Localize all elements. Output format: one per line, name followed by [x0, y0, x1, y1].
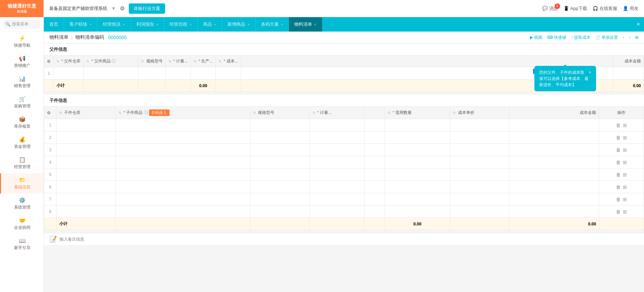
tab-bom[interactable]: 物料清单 ×	[289, 17, 322, 32]
tab-operations[interactable]: 经营情况 ×	[97, 17, 131, 32]
child-col-settings[interactable]: ⚙	[44, 107, 57, 119]
sidebar-item-cooperation[interactable]: 🤝 企业协同	[0, 214, 44, 234]
child-product-cell[interactable]	[116, 193, 250, 206]
delete-icon[interactable]: 🗑	[616, 122, 621, 128]
child-qty-cell[interactable]	[385, 144, 450, 156]
sidebar-item-purchase[interactable]: 🛒 采购管理	[0, 92, 44, 113]
user-menu[interactable]: 👤 用友	[623, 5, 639, 12]
child-product-cell[interactable]	[116, 206, 250, 218]
child-unit-cost-cell[interactable]	[450, 131, 509, 144]
delete-icon[interactable]: 🗑	[616, 209, 621, 214]
nav-tabs-close-all[interactable]: ×	[633, 21, 644, 27]
child-warehouse-cell[interactable]	[57, 119, 116, 131]
child-product-cell[interactable]	[116, 181, 250, 193]
copy-icon[interactable]: ⊞	[623, 197, 627, 202]
tab-new-products-close[interactable]: ×	[247, 22, 249, 26]
tab-profit[interactable]: 利润报告 ×	[131, 17, 164, 32]
delete-icon[interactable]: 🗑	[616, 160, 621, 165]
tab-barcode-close[interactable]: ×	[281, 22, 283, 26]
parent-unit-cell[interactable]	[165, 67, 190, 80]
tab-ops-history[interactable]: 经营历程 ×	[164, 17, 197, 32]
tab-profit-close[interactable]: ×	[156, 22, 158, 26]
tab-ops-history-close[interactable]: ×	[189, 22, 191, 26]
parent-production-cell[interactable]	[191, 67, 216, 80]
child-unit-cost-cell[interactable]	[450, 193, 509, 206]
child-unit-cost-cell[interactable]	[450, 144, 509, 156]
online-service-button[interactable]: 🎧 在线客服	[593, 5, 617, 12]
child-product-cell[interactable]	[116, 131, 250, 144]
child-warehouse-cell[interactable]	[57, 168, 116, 181]
tab-home[interactable]: 首页	[44, 17, 64, 32]
tab-operations-close[interactable]: ×	[123, 22, 125, 26]
copy-icon[interactable]: ⊞	[623, 160, 627, 165]
child-unit-cell[interactable]	[309, 144, 364, 156]
note-input[interactable]	[60, 237, 639, 242]
child-qty-cell[interactable]	[385, 206, 450, 218]
nav-next[interactable]: ›	[629, 35, 630, 40]
sidebar-item-basic-info[interactable]: 📁 基础信息	[0, 173, 44, 194]
delete-icon[interactable]: 🗑	[616, 172, 621, 177]
sidebar-item-system[interactable]: ⚙️ 系统管理	[0, 194, 44, 214]
child-warehouse-cell[interactable]	[57, 144, 116, 156]
child-unit-cell[interactable]	[309, 168, 364, 181]
copy-icon[interactable]: ⊞	[623, 122, 627, 128]
child-warehouse-cell[interactable]	[57, 156, 116, 168]
child-qty-cell[interactable]	[385, 181, 450, 193]
sidebar-item-inventory[interactable]: 📦 库存核算	[0, 113, 44, 133]
delete-icon[interactable]: 🗑	[616, 184, 621, 190]
tab-barcode[interactable]: 条码方案 ×	[256, 17, 289, 32]
tab-customer[interactable]: 客户联络 ×	[64, 17, 97, 32]
child-spec-cell[interactable]	[250, 156, 309, 168]
tab-products[interactable]: 商品 ×	[198, 17, 222, 32]
extract-cost-button[interactable]: ↑ 提取成本	[571, 35, 591, 40]
shortcut-button[interactable]: ⌨ 快捷键	[547, 35, 566, 40]
child-unit-cost-cell[interactable]	[450, 206, 509, 218]
child-unit-cell[interactable]	[309, 119, 364, 131]
child-spec-cell[interactable]	[250, 206, 309, 218]
message-button[interactable]: 💬 消息 6	[542, 5, 558, 12]
sidebar-search-container[interactable]: 🔍 搜索菜单	[0, 17, 44, 32]
grid-view-icon[interactable]: ⊞	[635, 35, 639, 40]
system-dropdown-arrow[interactable]: ▼	[111, 6, 116, 11]
child-product-cell[interactable]	[116, 168, 250, 181]
child-qty-cell[interactable]	[385, 156, 450, 168]
child-spec-cell[interactable]	[250, 181, 309, 193]
child-unit-cell[interactable]	[309, 131, 364, 144]
child-spec-cell[interactable]	[250, 193, 309, 206]
sidebar-item-marketing[interactable]: 📢 营销推广	[0, 52, 44, 72]
copy-icon[interactable]: ⊞	[623, 147, 627, 153]
child-qty-cell[interactable]	[385, 193, 450, 206]
sidebar-item-sales[interactable]: 📊 销售管理	[0, 72, 44, 92]
delete-icon[interactable]: 🗑	[616, 135, 621, 140]
delete-icon[interactable]: 🗑	[616, 197, 621, 202]
tab-customer-close[interactable]: ×	[89, 22, 91, 26]
child-qty-cell[interactable]	[385, 168, 450, 181]
child-unit-cell[interactable]	[309, 156, 364, 168]
child-unit-cost-cell[interactable]	[450, 156, 509, 168]
sidebar-item-guide[interactable]: 📖 新手引导	[0, 234, 44, 254]
parent-spec-cell[interactable]	[138, 67, 165, 80]
child-product-cell[interactable]	[116, 144, 250, 156]
child-warehouse-cell[interactable]	[57, 193, 116, 206]
child-unit-cell[interactable]	[309, 206, 364, 218]
child-spec-cell[interactable]	[250, 168, 309, 181]
single-settings-button[interactable]: 📄 单据设置	[595, 35, 618, 40]
child-product-cell[interactable]	[116, 156, 250, 168]
experience-button[interactable]: 体验行业方案	[129, 3, 165, 14]
copy-icon[interactable]: ⊞	[623, 209, 627, 214]
nav-prev[interactable]: ‹	[623, 35, 624, 40]
child-unit-cost-cell[interactable]	[450, 168, 509, 181]
sidebar-item-quick-nav[interactable]: ⚡ 快捷导航	[0, 32, 44, 52]
parent-col-settings[interactable]: ⚙	[44, 56, 54, 67]
scan-button[interactable]: 扫码录入	[149, 109, 170, 116]
copy-icon[interactable]: ⊞	[623, 135, 627, 140]
settings-icon[interactable]: ⚙	[120, 5, 125, 12]
child-warehouse-cell[interactable]	[57, 206, 116, 218]
parent-warehouse-cell[interactable]	[54, 67, 84, 80]
child-spec-cell[interactable]	[250, 131, 309, 144]
tooltip-close-button[interactable]: ×	[589, 69, 591, 75]
parent-product-cell[interactable]	[84, 67, 138, 80]
child-product-cell[interactable]	[116, 119, 250, 131]
child-unit-cost-cell[interactable]	[450, 119, 509, 131]
tab-bom-close[interactable]: ×	[314, 22, 316, 26]
